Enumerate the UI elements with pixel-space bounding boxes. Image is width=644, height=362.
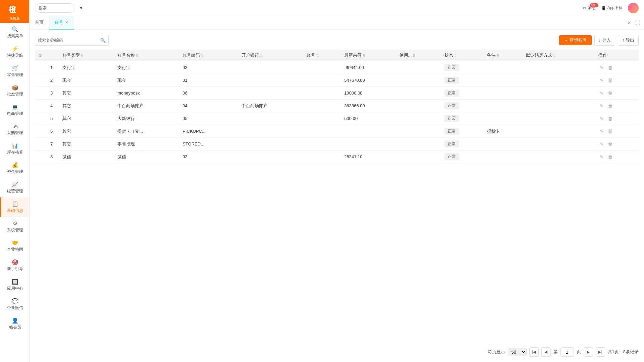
cell-bank [238,138,303,150]
cell-index: 3 [47,87,59,100]
next-page-button[interactable]: ▶ [584,347,593,357]
topbar-search-input[interactable] [35,3,75,13]
th-account-name[interactable]: 账号名称⇅ [114,50,179,61]
sidebar-item-system-mgmt[interactable]: ⚙ 系统管理 [0,217,29,236]
search-menu-icon: 🔍 [12,26,18,33]
sidebar-item-search-menu[interactable]: 🔍 搜索菜单 [0,23,29,42]
last-page-button[interactable]: ▶| [596,347,605,357]
sidebar-item-inventory[interactable]: 📊 库存核算 [0,139,29,159]
app-download-button[interactable]: 📱 App下载 [601,5,623,11]
cell-usage [396,150,441,163]
member-icon: 👤 [12,317,18,324]
delete-button[interactable]: 🗑 [606,128,614,135]
th-account-type[interactable]: 账号类型⇅ [59,50,114,61]
tab-account[interactable]: 账号 ✕ [49,16,74,29]
th-bank[interactable]: 开户银行⇅ [238,50,303,61]
user-avatar[interactable] [628,3,639,13]
cell-latest-balance: 28241.10 [341,150,396,163]
sidebar-item-purchase-mgmt[interactable]: 🛍 采购管理 [0,120,29,139]
cell-status: 正常 [441,138,484,150]
first-page-button[interactable]: |◀ [529,347,539,357]
cell-action: ✎ 🗑 [595,74,639,87]
tab-account-close[interactable]: ✕ [65,20,68,25]
delete-button[interactable]: 🗑 [606,154,614,160]
edit-button[interactable]: ✎ [598,64,605,71]
cell-account-code: 02 [179,150,238,163]
edit-button[interactable]: ✎ [598,128,605,135]
cell-account-type: 其它 [59,138,114,150]
th-status[interactable]: 状态⇅ [441,50,484,61]
th-account-code[interactable]: 账号编码⇅ [179,50,238,61]
cell-account-no [303,100,341,112]
delete-button[interactable]: 🗑 [606,64,614,71]
delete-button[interactable]: 🗑 [606,115,614,122]
topbar-dropdown[interactable]: ▼ [79,6,83,10]
page-size-select[interactable]: 50 10 20 100 [508,348,527,356]
cell-default-settlement [523,112,595,125]
sidebar-item-member[interactable]: 👤 畅会员 [0,314,29,334]
cell-remark [484,61,523,74]
add-account-button[interactable]: ＋ 新增账号 [559,35,592,45]
cell-usage [396,112,441,125]
th-latest-balance[interactable]: 最新余额⇅ [341,50,396,61]
sidebar-item-operation-mgmt[interactable]: 📈 经营管理 [0,178,29,197]
search-input[interactable] [38,38,100,43]
edit-button[interactable]: ✎ [598,77,605,84]
delete-button[interactable]: 🗑 [606,141,614,147]
sidebar-item-new-guide[interactable]: 🎯 新手引导 [0,256,29,275]
sidebar-item-enterprise-agreement[interactable]: 🤝 企业协同 [0,236,29,256]
wholesale-mgmt-icon: 📦 [12,84,18,91]
th-default-settlement[interactable]: 默认结算方式⇅ [523,50,595,61]
cell-remark [484,138,523,150]
sidebar-item-wholesale-mgmt[interactable]: 📦 批发管理 [0,81,29,101]
delete-button[interactable]: 🗑 [606,90,614,97]
window-close-icon[interactable]: ✕ [626,19,633,26]
cell-account-code: 03 [179,61,238,74]
sidebar-item-quick-nav[interactable]: ⚡ 快捷导航 [0,42,29,62]
window-maximize-icon[interactable]: ⛶ [634,19,641,26]
th-gear[interactable]: ⚙ [35,50,47,61]
message-button[interactable]: ✉ 消息 99+ [583,5,596,11]
edit-button[interactable]: ✎ [598,154,605,160]
topbar-left: ▼ [35,3,83,13]
tabbar: 首页 账号 ✕ ✕ ⛶ [30,16,644,29]
sidebar-item-basic-info[interactable]: 📋 基础信息 [0,197,29,217]
cell-account-type: 微信 [59,150,114,163]
cell-bank [238,112,303,125]
th-account-no[interactable]: 账号⇅ [303,50,341,61]
cell-account-type: 其它 [59,87,114,100]
edit-button[interactable]: ✎ [598,103,605,109]
sidebar-item-capital-mgmt[interactable]: 💰 资金管理 [0,159,29,178]
cell-account-name: 中百商场账户 [114,100,179,112]
edit-button[interactable]: ✎ [598,90,605,97]
import-button[interactable]: ↓ 导入 [594,35,615,46]
cell-account-type: 其它 [59,112,114,125]
export-button[interactable]: ↑ 导出 [618,35,639,46]
page-input[interactable] [560,347,574,357]
cell-checkbox [35,61,47,74]
cell-default-settlement [523,61,595,74]
cell-status: 正常 [441,112,484,125]
search-icon[interactable]: 🔍 [100,38,106,43]
edit-button[interactable]: ✎ [598,115,605,122]
sidebar-item-app-center[interactable]: 🔲 应用中心 [0,275,29,295]
cell-action: ✎ 🗑 [595,87,639,100]
cell-latest-balance: 547670.00 [341,74,396,87]
cell-checkbox [35,100,47,112]
cell-remark [484,87,523,100]
delete-button[interactable]: 🗑 [606,103,614,109]
edit-button[interactable]: ✎ [598,141,605,147]
delete-button[interactable]: 🗑 [606,77,614,84]
table-row: 8 微信 微信 02 28241.10 正常 ✎ 🗑 [35,150,639,163]
cell-checkbox [35,112,47,125]
prev-page-button[interactable]: ◀ [541,347,551,357]
table-row: 2 现金 现金 01 547670.00 正常 ✎ 🗑 [35,74,639,87]
tab-home[interactable]: 首页 [30,16,49,29]
sidebar-item-ecommerce-mgmt[interactable]: 💻 电商管理 [0,101,29,120]
sidebar-item-enterprise-wechat[interactable]: 💬 企业微信 [0,295,29,314]
th-usage[interactable]: 使用...⇅ [396,50,441,61]
cell-account-name: moneybosx [114,87,179,100]
th-remark[interactable]: 备注⇅ [484,50,523,61]
sidebar-item-retail-mgmt[interactable]: 🛒 零售管理 [0,62,29,81]
cell-bank [238,150,303,163]
